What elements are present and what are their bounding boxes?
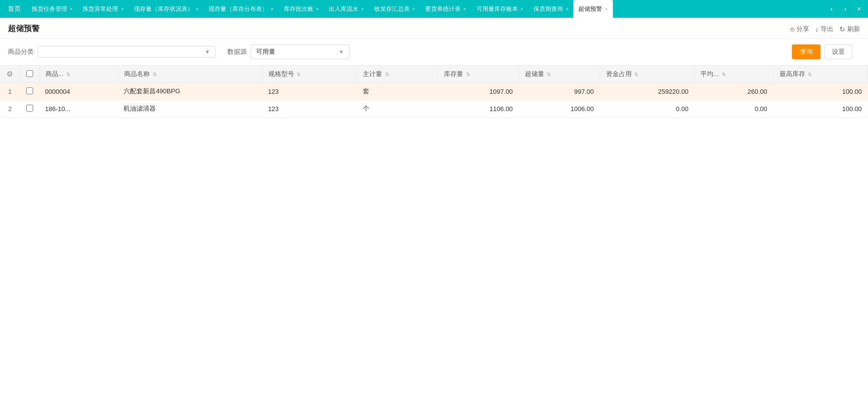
row-max-1: 100.00 xyxy=(773,83,868,100)
col-header-avg[interactable]: 平均... ⇅ xyxy=(694,66,773,83)
refresh-label: 刷新 xyxy=(847,25,860,34)
share-button[interactable]: ⎋ 分享 xyxy=(790,25,809,34)
col-overstock-label: 超储量 xyxy=(525,70,544,78)
close-tab-10[interactable]: × xyxy=(565,6,568,12)
close-tab-7[interactable]: × xyxy=(412,6,415,12)
row-capital-2: 0.00 xyxy=(600,100,694,118)
row-avg-2: 0.00 xyxy=(694,100,773,118)
col-capital-label: 资金占用 xyxy=(606,70,632,78)
col-header-checkbox[interactable] xyxy=(20,66,39,83)
datasource-value: 可用量 xyxy=(256,47,275,56)
settings-button[interactable]: 设置 xyxy=(825,44,852,59)
category-label: 商品分类 xyxy=(8,47,34,56)
tab-2[interactable]: 拣货异常处理 × xyxy=(78,0,129,18)
category-select[interactable]: ▼ xyxy=(38,46,216,58)
col-header-overstock[interactable]: 超储量 ⇅ xyxy=(519,66,600,83)
close-tab-1[interactable]: × xyxy=(70,6,73,12)
col-max-label: 最高库存 xyxy=(780,70,805,78)
col-max-sort-icon: ⇅ xyxy=(808,72,812,77)
row-code-1: 0000004 xyxy=(39,83,118,100)
close-tab-6[interactable]: × xyxy=(361,6,364,12)
close-tab-5[interactable]: × xyxy=(316,6,319,12)
row-name-2: 机油滤清器 xyxy=(118,100,262,118)
category-filter-item: 商品分类 ▼ xyxy=(8,46,216,58)
col-avg-sort-icon: ⇅ xyxy=(722,72,726,77)
close-tab-8[interactable]: × xyxy=(463,6,466,12)
refresh-button[interactable]: ↻ 刷新 xyxy=(839,25,860,34)
col-header-max[interactable]: 最高库存 ⇅ xyxy=(773,66,868,83)
datasource-label: 数据源 xyxy=(227,47,247,56)
datasource-select[interactable]: 可用量 ▼ xyxy=(251,44,349,59)
row-checkbox-1[interactable] xyxy=(26,87,33,94)
page-header: 超储预警 ⎋ 分享 ↓ 导出 ↻ 刷新 xyxy=(0,18,868,39)
refresh-icon: ↻ xyxy=(839,25,845,33)
close-tab-9[interactable]: × xyxy=(521,6,523,12)
col-header-unit[interactable]: 主计量 ⇅ xyxy=(357,66,438,83)
row-capital-1: 259220.00 xyxy=(600,83,694,100)
tab-3[interactable]: 现存量（库存状况表） × xyxy=(129,0,204,18)
col-unit-label: 主计量 xyxy=(363,70,382,78)
select-all-checkbox[interactable] xyxy=(26,70,33,77)
nav-next-arrow[interactable]: › xyxy=(838,0,852,18)
row-spec-1: 123 xyxy=(262,83,356,100)
row-unit-1: 套 xyxy=(357,83,438,100)
row-avg-1: 260.00 xyxy=(694,83,773,100)
tab-5[interactable]: 库存批次账 × xyxy=(279,0,324,18)
nav-prev-arrow[interactable]: ‹ xyxy=(825,0,838,18)
col-name-sort-icon: ⇅ xyxy=(153,72,157,77)
col-code-label: 商品... xyxy=(45,70,64,78)
tab-10[interactable]: 保质期查询 × xyxy=(528,0,573,18)
tab-6[interactable]: 出入库流水 × xyxy=(324,0,369,18)
close-tab-3[interactable]: × xyxy=(196,6,199,12)
table-body: 1 0000004 六配套新昌490BPG 123 套 1097.00 997.… xyxy=(0,83,868,118)
col-code-sort-icon: ⇅ xyxy=(66,72,70,77)
col-overstock-sort-icon: ⇅ xyxy=(547,72,551,77)
row-stock-1: 1097.00 xyxy=(437,83,519,100)
row-name-1: 六配套新昌490BPG xyxy=(118,83,262,100)
col-header-name[interactable]: 商品名称 ⇅ xyxy=(118,66,262,83)
tab-11[interactable]: 超储预警 × xyxy=(573,0,612,18)
close-tab-4[interactable]: × xyxy=(270,6,273,12)
close-tab-2[interactable]: × xyxy=(121,6,124,12)
export-label: 导出 xyxy=(821,25,833,34)
col-header-stock[interactable]: 库存量 ⇅ xyxy=(437,66,519,83)
tab-4[interactable]: 现存量（库存分布表） × xyxy=(204,0,278,18)
tab-8[interactable]: 要货单统计表 × xyxy=(420,0,471,18)
share-icon: ⎋ xyxy=(790,25,794,33)
col-unit-sort-icon: ⇅ xyxy=(385,72,389,77)
share-label: 分享 xyxy=(796,25,809,34)
row-unit-2: 个 xyxy=(357,100,438,118)
row-checkbox-2[interactable] xyxy=(26,105,33,112)
tab-7[interactable]: 收发存汇总表 × xyxy=(369,0,420,18)
col-stock-sort-icon: ⇅ xyxy=(466,72,470,77)
nav-arrows: ‹ › × xyxy=(825,0,866,18)
row-stock-2: 1106.00 xyxy=(437,100,519,118)
settings-gear-icon[interactable]: ⚙ xyxy=(6,70,13,78)
row-index-1: 1 xyxy=(0,83,20,100)
category-chevron-icon: ▼ xyxy=(205,49,210,55)
table-row: 1 0000004 六配套新昌490BPG 123 套 1097.00 997.… xyxy=(0,83,868,100)
col-header-spec[interactable]: 规格型号 ⇅ xyxy=(262,66,356,83)
row-checkbox-cell-1[interactable] xyxy=(20,83,39,100)
datasource-filter-item: 数据源 可用量 ▼ xyxy=(227,44,349,59)
datasource-chevron-icon: ▼ xyxy=(339,49,344,55)
tab-1[interactable]: 拣货任务管理 × xyxy=(27,0,78,18)
col-header-capital[interactable]: 资金占用 ⇅ xyxy=(600,66,694,83)
col-header-code[interactable]: 商品... ⇅ xyxy=(39,66,118,83)
header-actions: ⎋ 分享 ↓ 导出 ↻ 刷新 xyxy=(790,25,860,34)
row-overstock-1: 997.00 xyxy=(519,83,600,100)
filter-right-actions: 查询 设置 xyxy=(792,44,860,59)
query-button[interactable]: 查询 xyxy=(792,44,821,59)
col-spec-sort-icon: ⇅ xyxy=(297,72,301,77)
page-title: 超储预警 xyxy=(8,24,40,34)
col-settings-gear[interactable]: ⚙ xyxy=(0,66,20,83)
table-container: ⚙ 商品... ⇅ 商品名称 ⇅ 规格型号 ⇅ xyxy=(0,65,868,118)
nav-home[interactable]: 首页 xyxy=(2,0,27,18)
table-header-row: ⚙ 商品... ⇅ 商品名称 ⇅ 规格型号 ⇅ xyxy=(0,66,868,83)
row-checkbox-cell-2[interactable] xyxy=(20,100,39,118)
col-capital-sort-icon: ⇅ xyxy=(634,72,638,77)
close-tab-11[interactable]: × xyxy=(605,6,608,12)
nav-close-arrow[interactable]: × xyxy=(852,0,866,18)
tab-9[interactable]: 可用量库存账本 × xyxy=(472,0,528,18)
export-button[interactable]: ↓ 导出 xyxy=(815,25,833,34)
